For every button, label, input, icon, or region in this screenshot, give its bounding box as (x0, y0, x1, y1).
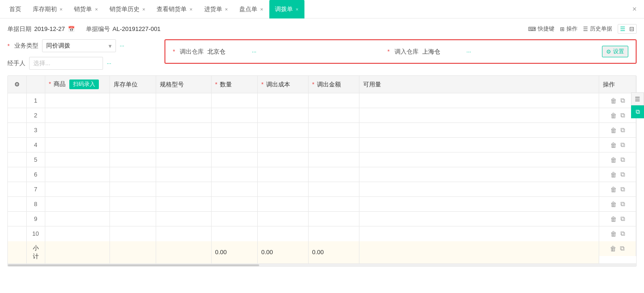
tab-close-view-sales[interactable]: × (189, 6, 192, 12)
transfer-out-more[interactable]: ··· (252, 49, 256, 55)
row-unit[interactable] (109, 167, 156, 182)
row-product[interactable] (45, 108, 109, 123)
row-copy-icon[interactable]: ⧉ (620, 156, 625, 164)
tab-close-transfer-order[interactable]: × (296, 6, 298, 12)
row-spec[interactable] (156, 123, 211, 138)
row-trash-icon[interactable]: 🗑 (610, 201, 617, 208)
row-trash-icon[interactable]: 🗑 (610, 156, 617, 164)
row-product[interactable] (45, 226, 109, 241)
tab-close-purchase-order[interactable]: × (225, 6, 228, 12)
row-spec[interactable] (156, 226, 211, 241)
warehouse-settings-button[interactable]: ⚙ 设置 (602, 46, 628, 57)
row-spec[interactable] (156, 212, 211, 226)
tab-close-sales-history[interactable]: × (142, 6, 145, 12)
row-copy-icon[interactable]: ⧉ (620, 141, 625, 149)
row-amount[interactable] (308, 182, 359, 197)
tab-close-inventory-init[interactable]: × (60, 6, 62, 12)
row-trash-icon[interactable]: 🗑 (610, 171, 617, 178)
row-qty[interactable] (211, 167, 257, 182)
row-amount[interactable] (308, 226, 359, 241)
row-cost[interactable] (257, 212, 308, 226)
row-copy-icon[interactable]: ⧉ (620, 215, 625, 223)
row-qty[interactable] (211, 108, 257, 123)
subtotal-copy-icon[interactable]: ⧉ (620, 244, 625, 252)
row-product[interactable] (45, 197, 109, 212)
row-cost[interactable] (257, 108, 308, 123)
row-copy-icon[interactable]: ⧉ (620, 171, 625, 178)
tab-purchase-order[interactable]: 进货单 × (199, 0, 234, 18)
row-available[interactable] (359, 226, 599, 241)
row-cost[interactable] (257, 226, 308, 241)
row-qty[interactable] (211, 197, 257, 212)
row-trash-icon[interactable]: 🗑 (610, 230, 617, 238)
row-available[interactable] (359, 93, 599, 108)
tab-sales-order[interactable]: 销货单 × (68, 0, 103, 18)
calendar-icon[interactable]: 📅 (68, 26, 75, 32)
tab-inventory-check[interactable]: 盘点单 × (234, 0, 269, 18)
history-docs-button[interactable]: ☰ 历史单据 (583, 25, 612, 33)
sidebar-list-btn[interactable]: ☰ (631, 92, 644, 105)
row-product[interactable] (45, 123, 109, 138)
row-amount[interactable] (308, 108, 359, 123)
row-product[interactable] (45, 93, 109, 108)
transfer-in-more[interactable]: ··· (467, 49, 471, 55)
row-available[interactable] (359, 212, 599, 226)
row-available[interactable] (359, 167, 599, 182)
row-unit[interactable] (109, 108, 156, 123)
row-unit[interactable] (109, 138, 156, 153)
row-available[interactable] (359, 108, 599, 123)
row-cost[interactable] (257, 182, 308, 197)
row-product[interactable] (45, 138, 109, 153)
row-amount[interactable] (308, 212, 359, 226)
shortcuts-button[interactable]: ⌨ 快捷键 (528, 25, 554, 33)
split-view-icon[interactable]: ⊟ (629, 25, 634, 32)
row-trash-icon[interactable]: 🗑 (610, 97, 617, 104)
row-trash-icon[interactable]: 🗑 (610, 112, 617, 119)
row-product[interactable] (45, 167, 109, 182)
row-unit[interactable] (109, 153, 156, 167)
row-cost[interactable] (257, 138, 308, 153)
row-copy-icon[interactable]: ⧉ (620, 230, 625, 238)
tab-sales-history[interactable]: 销货单历史 × (104, 0, 151, 18)
tab-transfer-order[interactable]: 调拨单 × (269, 0, 304, 18)
tab-close-sales-order[interactable]: × (95, 6, 97, 12)
row-amount[interactable] (308, 153, 359, 167)
row-unit[interactable] (109, 226, 156, 241)
row-product[interactable] (45, 212, 109, 226)
handler-dropdown[interactable]: 选择... (29, 57, 103, 70)
row-qty[interactable] (211, 212, 257, 226)
row-amount[interactable] (308, 123, 359, 138)
row-unit[interactable] (109, 93, 156, 108)
row-cost[interactable] (257, 167, 308, 182)
row-product[interactable] (45, 182, 109, 197)
handler-more[interactable]: ··· (107, 60, 111, 67)
row-available[interactable] (359, 153, 599, 167)
row-copy-icon[interactable]: ⧉ (620, 111, 625, 119)
row-available[interactable] (359, 197, 599, 212)
row-copy-icon[interactable]: ⧉ (620, 126, 625, 134)
row-unit[interactable] (109, 182, 156, 197)
row-spec[interactable] (156, 153, 211, 167)
row-cost[interactable] (257, 93, 308, 108)
row-spec[interactable] (156, 138, 211, 153)
col-gear[interactable]: ⚙ (8, 76, 26, 93)
row-qty[interactable] (211, 226, 257, 241)
row-copy-icon[interactable]: ⧉ (620, 97, 625, 104)
row-cost[interactable] (257, 197, 308, 212)
row-trash-icon[interactable]: 🗑 (610, 127, 617, 134)
operations-button[interactable]: ⊞ 操作 (560, 25, 577, 33)
row-spec[interactable] (156, 182, 211, 197)
row-available[interactable] (359, 123, 599, 138)
scan-button[interactable]: 扫码录入 (69, 79, 99, 89)
row-spec[interactable] (156, 108, 211, 123)
row-spec[interactable] (156, 93, 211, 108)
row-unit[interactable] (109, 197, 156, 212)
row-copy-icon[interactable]: ⧉ (620, 185, 625, 193)
row-unit[interactable] (109, 212, 156, 226)
row-trash-icon[interactable]: 🗑 (610, 186, 617, 193)
row-trash-icon[interactable]: 🗑 (610, 141, 617, 149)
tab-home[interactable]: 首页 (4, 0, 27, 18)
subtotal-trash-icon[interactable]: 🗑 (610, 245, 616, 252)
row-amount[interactable] (308, 197, 359, 212)
tab-inventory-init[interactable]: 库存期初 × (27, 0, 68, 18)
